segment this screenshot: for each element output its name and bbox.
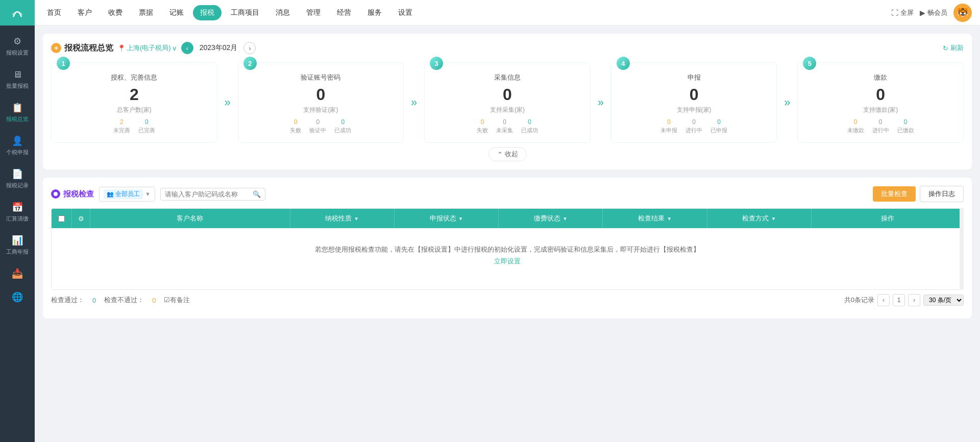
fail-label: 检查不通过： bbox=[104, 296, 144, 305]
step-count-4: 0 bbox=[620, 86, 769, 103]
first-page-btn[interactable]: ‹ bbox=[877, 294, 890, 306]
nav-item-服务[interactable]: 服务 bbox=[360, 5, 389, 20]
th-tax[interactable]: 纳税性质 ▼ bbox=[290, 209, 395, 228]
th-declare[interactable]: 申报状态 ▼ bbox=[395, 209, 499, 228]
step-stats-2: 0 失败 0 验证中 0 已成功 bbox=[247, 118, 396, 134]
table-scrollbar[interactable] bbox=[960, 208, 964, 290]
nav-item-设置[interactable]: 设置 bbox=[391, 5, 420, 20]
sidebar-item-extra-1[interactable]: 🌐 bbox=[0, 285, 35, 309]
next-month-btn[interactable]: › bbox=[243, 42, 256, 54]
next-page-btn[interactable]: › bbox=[908, 294, 920, 306]
sidebar-item-annual-report[interactable]: 📊工商年报 bbox=[0, 229, 35, 262]
stat-value[interactable]: 0 bbox=[904, 118, 908, 126]
nav-item-首页[interactable]: 首页 bbox=[40, 5, 68, 20]
step-card-1: 1 授权、完善信息 2 总客户数(家) 2 未完善 0 已完善 bbox=[51, 62, 217, 143]
stat-value[interactable]: 0 bbox=[528, 118, 531, 126]
fail-count[interactable]: 0 bbox=[152, 297, 156, 304]
arrow-icon: » bbox=[411, 96, 417, 109]
stat-value[interactable]: 0 bbox=[341, 118, 345, 126]
stat-label: 未缴款 bbox=[847, 127, 864, 134]
sidebar-item-tax-records[interactable]: 📄报税记录 bbox=[0, 162, 35, 195]
stat-label: 已成功 bbox=[334, 127, 351, 134]
employee-select[interactable]: 👥 全部员工 ▼ bbox=[99, 187, 155, 202]
sidebar-item-extra-0[interactable]: 📥 bbox=[0, 262, 35, 285]
arrow-icon: » bbox=[784, 96, 790, 109]
current-month: 2023年02月 bbox=[200, 43, 238, 53]
current-page: 1 bbox=[893, 294, 905, 306]
nav-item-管理[interactable]: 管理 bbox=[299, 5, 328, 20]
step-count-3: 0 bbox=[433, 86, 582, 103]
stat-value[interactable]: 0 bbox=[879, 118, 883, 126]
step-num-3: 3 bbox=[430, 57, 443, 70]
step-count-5: 0 bbox=[806, 86, 955, 103]
stat-value[interactable]: 0 bbox=[481, 118, 484, 126]
table-header: ⚙ 客户名称 纳税性质 ▼ 申报状态 ▼ 缴费状态 ▼ bbox=[52, 209, 963, 228]
nav-item-消息[interactable]: 消息 bbox=[268, 5, 297, 20]
th-method[interactable]: 检查方式 ▼ bbox=[707, 209, 812, 228]
step-arrow-2: » bbox=[591, 62, 611, 143]
refresh-btn[interactable]: ↻ 刷新 bbox=[943, 43, 964, 53]
step-arrow-0: » bbox=[217, 62, 238, 143]
stat-value[interactable]: 0 bbox=[503, 118, 506, 126]
step-stats-3: 0 失败 0 未采集 0 已成功 bbox=[433, 118, 582, 134]
nav-item-票据[interactable]: 票据 bbox=[132, 5, 160, 20]
step-arrow-3: » bbox=[777, 62, 797, 143]
annual-report-icon: 📊 bbox=[12, 235, 23, 246]
collapse-btn[interactable]: ⌃ 收起 bbox=[488, 147, 527, 161]
stat-label: 已完善 bbox=[138, 127, 155, 134]
nav-item-客户[interactable]: 客户 bbox=[70, 5, 99, 20]
main-content: + 报税流程总览 📍 上海(电子税局) ∨ ‹ 2023年02月 › ↻ 刷新 … bbox=[35, 26, 980, 442]
prev-month-btn[interactable]: ‹ bbox=[181, 42, 193, 54]
stat-value[interactable]: 2 bbox=[120, 118, 124, 126]
nav-item-记账[interactable]: 记账 bbox=[162, 5, 191, 20]
stat-value[interactable]: 0 bbox=[717, 118, 721, 126]
pass-count[interactable]: 0 bbox=[92, 297, 96, 304]
stat-label: 未完善 bbox=[113, 127, 130, 134]
step-stats-4: 0 未申报 0 进行中 0 已申报 bbox=[620, 118, 769, 134]
nav-item-工商项目[interactable]: 工商项目 bbox=[224, 5, 266, 20]
step-count-1: 2 bbox=[60, 86, 209, 103]
sidebar-item-personal-tax[interactable]: 👤个税申报 bbox=[0, 129, 35, 162]
sidebar-item-tax-settings[interactable]: ⚙报税设置 bbox=[0, 30, 35, 63]
month-nav: ‹ 2023年02月 › bbox=[181, 42, 256, 54]
table-container: ⚙ 客户名称 纳税性质 ▼ 申报状态 ▼ 缴费状态 ▼ bbox=[51, 208, 964, 290]
stat-label: 验证中 bbox=[309, 127, 326, 134]
search-input[interactable] bbox=[165, 190, 251, 198]
step-title-4: 申报 bbox=[620, 73, 769, 82]
stat-value[interactable]: 0 bbox=[667, 118, 671, 126]
step-sub-3: 支持采集(家) bbox=[433, 106, 582, 114]
sidebar-item-batch-tax[interactable]: 🖥批量报税 bbox=[0, 63, 35, 96]
batch-check-btn[interactable]: 批量检查 bbox=[873, 186, 916, 202]
th-action: 操作 bbox=[812, 209, 963, 228]
search-box: 🔍 bbox=[160, 188, 265, 201]
pass-label: 检查通过： bbox=[51, 296, 84, 305]
th-pay[interactable]: 缴费状态 ▼ bbox=[499, 209, 603, 228]
sidebar-item-tax-overview[interactable]: 📋报税总览 bbox=[0, 96, 35, 129]
tax-overview-icon: 📋 bbox=[12, 102, 23, 113]
stat-value[interactable]: 0 bbox=[854, 118, 857, 126]
nav-item-报税[interactable]: 报税 bbox=[193, 5, 222, 20]
process-overview-card: + 报税流程总览 📍 上海(电子税局) ∨ ‹ 2023年02月 › ↻ 刷新 … bbox=[43, 34, 972, 169]
svg-point-0 bbox=[54, 192, 58, 196]
step-title-2: 验证账号密码 bbox=[247, 73, 396, 82]
location-tag[interactable]: 📍 上海(电子税局) ∨ bbox=[117, 43, 177, 53]
sidebar-item-settlement[interactable]: 📅汇算清缴 bbox=[0, 195, 35, 229]
stat-value[interactable]: 0 bbox=[692, 118, 696, 126]
stat-value[interactable]: 0 bbox=[145, 118, 149, 126]
stat-value[interactable]: 0 bbox=[294, 118, 298, 126]
setup-link[interactable]: 立即设置 bbox=[494, 255, 521, 267]
th-settings[interactable]: ⚙ bbox=[72, 209, 90, 228]
th-checkbox[interactable] bbox=[52, 209, 72, 228]
stat-label: 已缴款 bbox=[897, 127, 914, 134]
per-page-select[interactable]: 30 条/页 bbox=[923, 294, 964, 306]
avatar[interactable]: 🐯 bbox=[953, 4, 972, 22]
operation-log-btn[interactable]: 操作日志 bbox=[920, 186, 964, 202]
select-all-checkbox[interactable] bbox=[58, 215, 65, 222]
fullscreen-btn[interactable]: ⛶ 全屏 bbox=[891, 8, 914, 17]
nav-item-收费[interactable]: 收费 bbox=[101, 5, 130, 20]
nav-item-经营[interactable]: 经营 bbox=[330, 5, 358, 20]
batch-tax-icon: 🖥 bbox=[12, 69, 23, 80]
member-btn[interactable]: ▶ 畅会员 bbox=[920, 8, 947, 17]
th-result[interactable]: 检查结果 ▼ bbox=[603, 209, 707, 228]
stat-value[interactable]: 0 bbox=[316, 118, 320, 126]
